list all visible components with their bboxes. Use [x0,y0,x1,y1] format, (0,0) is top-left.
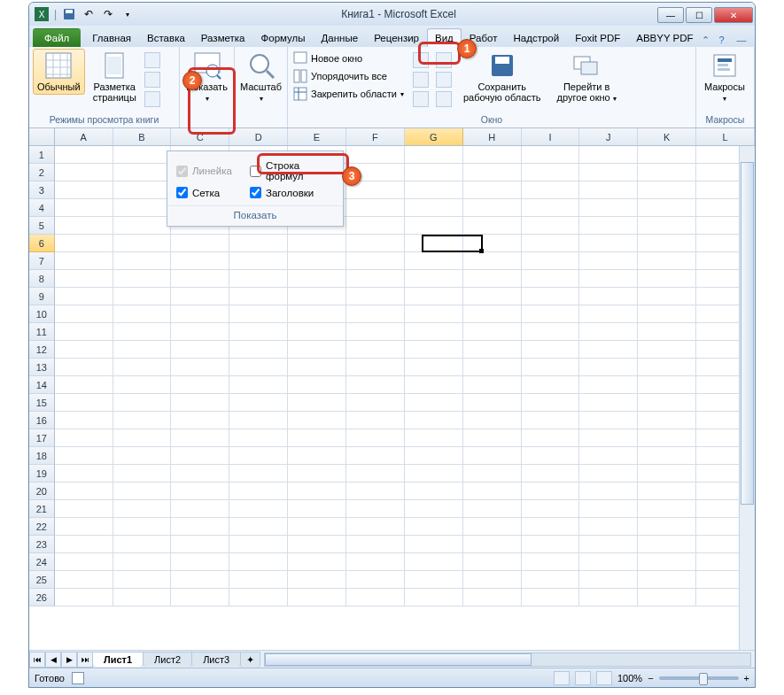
cell[interactable] [638,483,696,500]
save-workspace-button[interactable]: Сохранитьрабочую область [459,49,546,105]
cell[interactable] [113,181,172,199]
cell[interactable] [638,199,696,217]
cell[interactable] [463,323,522,341]
sheet-nav-first-icon[interactable]: ⏮ [29,652,45,668]
cell[interactable] [638,465,696,483]
cell[interactable] [346,429,405,447]
cell[interactable] [55,359,113,376]
cell[interactable] [229,394,288,412]
tab-pagelayout[interactable]: Разметка [193,28,253,47]
custom-views-icon[interactable] [144,72,160,88]
cell[interactable] [522,447,580,465]
cell[interactable] [171,447,229,465]
doc-minimize-icon[interactable]: — [737,35,749,47]
sheet-tab[interactable]: Лист3 [191,652,241,667]
cell[interactable] [522,323,580,341]
cell[interactable] [113,217,172,235]
cell[interactable] [171,341,229,359]
cell[interactable] [229,553,288,571]
cell[interactable] [638,181,696,199]
headings-checkbox-input[interactable] [250,187,261,198]
close-button[interactable]: ✕ [714,7,753,23]
cell[interactable] [405,447,463,465]
cell[interactable] [522,217,580,235]
row-header[interactable]: 16 [29,412,55,429]
row-header[interactable]: 3 [29,181,55,199]
cell[interactable] [229,323,288,341]
cell[interactable] [171,465,229,483]
cell[interactable] [463,359,522,376]
cell[interactable] [288,536,346,553]
cell[interactable] [171,412,229,429]
cell[interactable] [579,429,638,447]
cell[interactable] [288,270,346,288]
col-header[interactable]: I [522,128,580,145]
row-header[interactable]: 20 [29,483,55,500]
cell[interactable] [405,217,463,235]
maximize-button[interactable]: ☐ [686,7,712,23]
cell[interactable] [171,235,229,252]
cell[interactable] [288,429,346,447]
cell[interactable] [346,465,405,483]
cell[interactable] [288,589,346,606]
cell[interactable] [405,305,463,323]
cell[interactable] [638,359,696,376]
cell[interactable] [463,146,522,164]
cell[interactable] [405,270,463,288]
cell[interactable] [405,518,463,536]
cell[interactable] [113,429,172,447]
cell[interactable] [346,288,405,305]
cell[interactable] [579,181,638,199]
cell[interactable] [55,518,113,536]
cell[interactable] [229,288,288,305]
cell[interactable] [405,146,463,164]
cell[interactable] [346,518,405,536]
cell[interactable] [346,199,405,217]
row-header[interactable]: 8 [29,270,55,288]
cell[interactable] [463,217,522,235]
cell[interactable] [638,323,696,341]
cell[interactable] [405,500,463,518]
row-header[interactable]: 10 [29,305,55,323]
cell[interactable] [229,589,288,606]
cell[interactable] [463,412,522,429]
sheet-nav-last-icon[interactable]: ⏭ [77,652,93,668]
cell[interactable] [579,252,638,270]
cell[interactable] [405,394,463,412]
cell[interactable] [229,465,288,483]
cell[interactable] [346,235,405,252]
headings-checkbox[interactable]: Заголовки [250,187,334,198]
cell[interactable] [579,589,638,606]
cell[interactable] [229,536,288,553]
cell[interactable] [229,376,288,394]
col-header[interactable]: F [346,128,405,145]
save-icon[interactable] [62,7,76,21]
cell[interactable] [579,270,638,288]
cell[interactable] [171,429,229,447]
cell[interactable] [346,376,405,394]
cell[interactable] [579,553,638,571]
full-screen-icon[interactable] [144,91,160,107]
cell[interactable] [55,270,113,288]
cell[interactable] [346,252,405,270]
cell[interactable] [55,181,113,199]
cell[interactable] [288,447,346,465]
macros-button[interactable]: Макросы▾ [700,49,749,106]
zoom-out-icon[interactable]: − [648,673,653,683]
cell[interactable] [405,181,463,199]
cell[interactable] [229,500,288,518]
normal-view-status-icon[interactable] [554,671,570,685]
cell[interactable] [638,394,696,412]
cell[interactable] [229,359,288,376]
cell[interactable] [55,412,113,429]
col-header[interactable]: E [288,128,346,145]
cell[interactable] [346,483,405,500]
cell[interactable] [638,376,696,394]
cell[interactable] [171,252,229,270]
new-sheet-button[interactable]: ✦ [240,652,260,668]
zoom-level[interactable]: 100% [617,673,642,683]
cell[interactable] [171,305,229,323]
cell[interactable] [405,323,463,341]
cell[interactable] [171,518,229,536]
cell[interactable] [346,394,405,412]
